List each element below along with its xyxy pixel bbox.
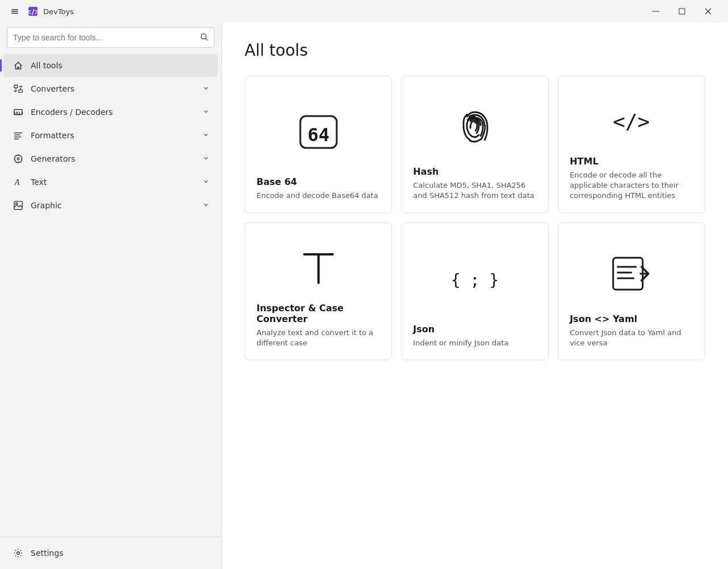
tool-name-html: HTML: [570, 156, 693, 167]
tools-grid: 64 Base 64 Encode and decode Base64 data…: [245, 76, 705, 360]
settings-icon: [13, 547, 24, 559]
sidebar-item-label: All tools: [31, 61, 209, 70]
svg-point-9: [201, 34, 206, 39]
svg-text:</>: </>: [27, 7, 39, 16]
app-icon: </>: [27, 6, 39, 17]
settings-label: Settings: [31, 549, 209, 558]
tool-desc-json: Indent or minify Json data: [413, 338, 536, 348]
tool-desc-json-yaml: Convert Json data to Yaml and vice versa: [570, 328, 693, 348]
home-icon: [13, 60, 24, 71]
tool-name-json: Json: [413, 324, 536, 335]
chevron-down-icon: [203, 85, 209, 93]
tool-card-json[interactable]: { ; } Json Indent or minify Json data: [401, 222, 548, 360]
tool-icon-json-yaml: [570, 234, 693, 314]
svg-rect-35: [613, 258, 643, 290]
graphic-icon: [13, 200, 24, 211]
tool-card-json-yaml[interactable]: Json <> Yaml Convert Json data to Yaml a…: [558, 222, 705, 360]
search-box[interactable]: [7, 27, 214, 48]
tool-card-hash[interactable]: Hash Calculate MD5, SHA1, SHA256 and SHA…: [401, 76, 548, 213]
tool-desc-base64: Encode and decode Base64 data: [257, 191, 380, 201]
close-button[interactable]: [695, 2, 721, 20]
svg-line-10: [206, 38, 208, 40]
svg-text:1011: 1011: [13, 111, 23, 115]
tool-icon-hash: [413, 88, 536, 166]
window-controls: [643, 2, 721, 20]
tool-desc-html: Encode or decode all the applicable char…: [570, 170, 693, 201]
tool-desc-hash: Calculate MD5, SHA1, SHA256 and SHA512 h…: [413, 180, 536, 201]
sidebar-item-all-tools[interactable]: All tools: [3, 54, 218, 77]
svg-rect-5: [652, 11, 659, 12]
sidebar-item-label: Encoders / Decoders: [31, 108, 196, 117]
sidebar-item-formatters[interactable]: Formatters: [3, 124, 218, 147]
search-icon: [200, 33, 208, 43]
maximize-button[interactable]: [669, 2, 695, 20]
svg-rect-0: [11, 9, 18, 10]
converters-icon: [13, 83, 24, 94]
encoders-icon: 1011: [13, 106, 24, 118]
svg-text:64: 64: [307, 124, 329, 146]
search-input[interactable]: [13, 33, 196, 42]
chevron-down-icon: [203, 132, 209, 139]
chevron-down-icon: [203, 179, 209, 186]
tool-icon-inspector-case: [257, 234, 380, 303]
text-icon: A: [13, 176, 24, 188]
title-bar-left: </> DevToys: [7, 3, 637, 19]
svg-rect-12: [19, 90, 22, 93]
svg-text:</>: </>: [613, 110, 650, 133]
tool-card-base64[interactable]: 64 Base 64 Encode and decode Base64 data: [245, 76, 392, 213]
svg-rect-26: [14, 201, 22, 209]
sidebar-item-label: Generators: [31, 154, 196, 163]
sidebar-item-encoders-decoders[interactable]: 1011 Encoders / Decoders: [3, 101, 218, 123]
tool-icon-json: { ; }: [413, 234, 536, 324]
hamburger-menu-button[interactable]: [7, 3, 23, 19]
chevron-down-icon: [203, 109, 209, 116]
page-title: All tools: [245, 41, 705, 60]
svg-rect-11: [14, 85, 18, 88]
svg-rect-2: [11, 13, 18, 14]
tool-icon-base64: 64: [257, 88, 380, 176]
tool-name-inspector-case: Inspector & Case Converter: [257, 303, 380, 324]
minimize-button[interactable]: [643, 2, 669, 20]
settings-item[interactable]: Settings: [3, 542, 218, 564]
sidebar-item-label: Text: [31, 178, 196, 187]
tool-name-base64: Base 64: [257, 176, 380, 187]
sidebar-footer: Settings: [0, 537, 221, 569]
sidebar-item-label: Converters: [31, 84, 196, 93]
sidebar-item-label: Graphic: [31, 201, 196, 210]
tool-card-inspector-case[interactable]: Inspector & Case Converter Analyze text …: [245, 222, 392, 360]
svg-point-20: [17, 158, 19, 160]
sidebar-item-generators[interactable]: Generators: [3, 147, 218, 170]
tool-icon-html: </>: [570, 88, 693, 156]
nav-list: All tools Converters: [0, 53, 221, 537]
chevron-down-icon: [203, 155, 209, 163]
main-content: All tools 64 Base 64 Encode and decode B…: [222, 23, 728, 569]
sidebar-item-converters[interactable]: Converters: [3, 77, 218, 100]
svg-point-28: [17, 552, 20, 555]
tool-desc-inspector-case: Analyze text and convert it to a differe…: [257, 328, 380, 348]
svg-rect-6: [679, 9, 685, 14]
tool-card-html[interactable]: </> HTML Encode or decode all the applic…: [558, 76, 705, 213]
chevron-down-icon: [203, 202, 209, 209]
tool-name-hash: Hash: [413, 166, 536, 177]
svg-text:A: A: [14, 178, 20, 187]
generators-icon: [13, 153, 24, 164]
sidebar: All tools Converters: [0, 23, 222, 569]
app-body: All tools Converters: [0, 23, 728, 569]
svg-rect-1: [11, 11, 18, 12]
formatters-icon: [13, 130, 24, 141]
svg-text:{ ; }: { ; }: [452, 271, 498, 290]
tool-name-json-yaml: Json <> Yaml: [570, 314, 693, 324]
sidebar-item-label: Formatters: [31, 131, 196, 140]
sidebar-item-text[interactable]: A Text: [3, 171, 218, 193]
app-title: DevToys: [43, 7, 74, 16]
title-bar: </> DevToys: [0, 0, 728, 23]
sidebar-item-graphic[interactable]: Graphic: [3, 194, 218, 217]
